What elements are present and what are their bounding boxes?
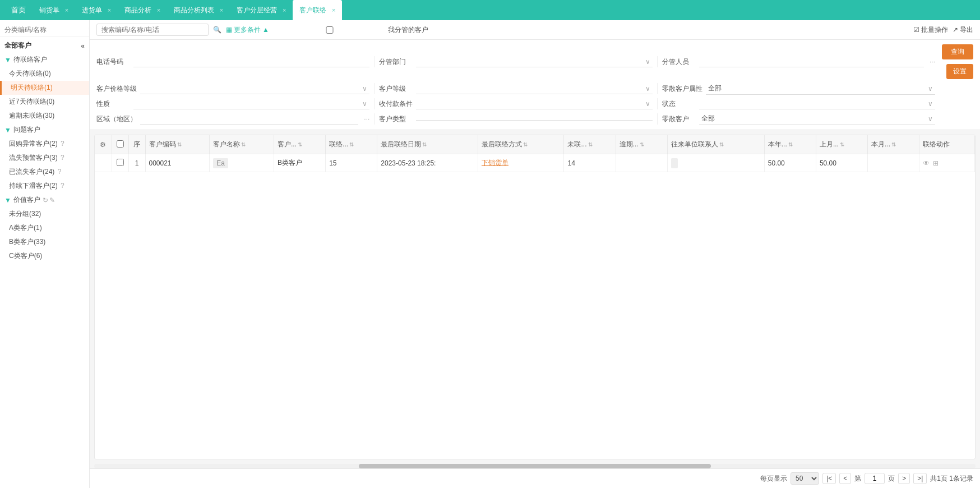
nature-select[interactable]: ∨ <box>133 99 369 109</box>
close-product-analysis-icon[interactable]: × <box>157 7 160 13</box>
nav-sales-order[interactable]: 销货单 × <box>33 0 75 20</box>
export-button[interactable]: ↗ 导出 <box>953 25 973 35</box>
sidebar-search-input[interactable] <box>4 26 89 34</box>
query-button[interactable]: 查询 <box>942 44 973 59</box>
first-page-button[interactable]: |< <box>822 473 836 484</box>
col-last-contact-way[interactable]: 最后联络方式⇅ <box>478 135 564 154</box>
chevron-down-icon: ∨ <box>645 58 650 66</box>
col-uncontacted[interactable]: 未联...⇅ <box>564 135 616 154</box>
my-customers-checkbox[interactable]: 我分管的客户 <box>274 25 428 35</box>
view-icon[interactable]: 👁 <box>923 159 930 167</box>
all-customers-header[interactable]: 全部客户 « <box>0 39 89 53</box>
ellipsis-icon-1[interactable]: ··· <box>930 58 935 66</box>
prev-page-button[interactable]: < <box>839 473 851 484</box>
row-name: Ea <box>210 154 274 172</box>
region-input[interactable] <box>140 114 358 125</box>
search-button[interactable]: 🔍 <box>213 26 221 34</box>
checkbox-icon: ☑ <box>913 26 919 34</box>
col-overdue[interactable]: 逾期...⇅ <box>616 135 667 154</box>
row-this-year: 50.00 <box>764 154 816 172</box>
price-level-select[interactable]: ∨ <box>140 84 369 94</box>
retail-attr-select[interactable]: 全部 ∨ <box>706 82 935 95</box>
refresh-icon[interactable]: ↻ <box>43 196 48 204</box>
grid-icon[interactable]: ⊞ <box>933 159 939 167</box>
triangle-icon-3: ▼ <box>4 196 11 204</box>
per-page-select[interactable]: 50 20 100 <box>791 472 819 485</box>
next-page-button[interactable]: > <box>898 473 910 484</box>
value-group[interactable]: ▼ 价值客户 ↻ ✎ <box>0 193 89 207</box>
nav-customer-tier[interactable]: 客户分层经营 × <box>230 0 293 20</box>
select-all-checkbox[interactable] <box>117 140 124 148</box>
scrollbar-thumb[interactable] <box>359 464 711 468</box>
horizontal-scrollbar[interactable] <box>94 464 976 468</box>
col-contact-count[interactable]: 联络...⇅ <box>326 135 377 154</box>
col-this-month[interactable]: 本月...⇅ <box>868 135 919 154</box>
col-customer-code[interactable]: 客户编码⇅ <box>145 135 210 154</box>
col-contact-person[interactable]: 往来单位联系人⇅ <box>667 135 764 154</box>
close-sales-order-icon[interactable]: × <box>65 7 68 13</box>
sort-icon-date: ⇅ <box>422 141 427 148</box>
sidebar-item-today-pending[interactable]: 今天待联络(0) <box>0 67 89 81</box>
search-input[interactable] <box>96 24 209 36</box>
retail-customer-select[interactable]: 全部 ∨ <box>699 113 935 125</box>
col-checkbox[interactable] <box>112 135 128 154</box>
col-last-month[interactable]: 上月...⇅ <box>816 135 867 154</box>
close-purchase-order-icon[interactable]: × <box>108 7 111 13</box>
more-conditions-btn[interactable]: ▦ 更多条件 ▲ <box>226 25 269 35</box>
customer-type-select[interactable] <box>416 118 652 121</box>
row-select-checkbox[interactable] <box>117 159 124 166</box>
page-input[interactable] <box>865 473 885 484</box>
customer-level-select[interactable]: ∨ <box>416 84 652 94</box>
col-this-year[interactable]: 本年...⇅ <box>764 135 816 154</box>
col-customer-name[interactable]: 客户名称⇅ <box>210 135 274 154</box>
row-contact-person <box>667 154 764 172</box>
status-select[interactable]: ∨ <box>699 99 935 109</box>
help-icon-1[interactable]: ? <box>61 140 64 148</box>
help-icon-4[interactable]: ? <box>61 182 64 190</box>
row-last-month: 50.00 <box>816 154 867 172</box>
col-settings[interactable]: ⚙ <box>95 135 112 154</box>
close-customer-contact-icon[interactable]: × <box>332 7 335 13</box>
edit-icon[interactable]: ✎ <box>49 196 55 204</box>
batch-op-button[interactable]: ☑ 批量操作 <box>913 25 948 35</box>
sidebar-item-overdue[interactable]: 逾期未联络(30) <box>0 109 89 123</box>
pending-group[interactable]: ▼ 待联络客户 <box>0 53 89 67</box>
col-num: 序 <box>128 135 145 154</box>
phone-input[interactable] <box>133 57 369 67</box>
sidebar-item-repurchase-abnormal[interactable]: 回购异常客户(2) ? <box>0 137 89 151</box>
row-checkbox[interactable] <box>112 154 128 172</box>
manager-input[interactable] <box>699 57 924 67</box>
help-icon-3[interactable]: ? <box>58 168 62 176</box>
last-page-button[interactable]: >| <box>913 473 927 484</box>
sidebar-item-tomorrow-pending[interactable]: 明天待联络(1) <box>0 81 89 95</box>
payment-terms-select[interactable]: ∨ <box>416 99 652 109</box>
chevron-down-icon-3: ∨ <box>645 85 650 93</box>
close-customer-tier-icon[interactable]: × <box>283 7 286 13</box>
sidebar-item-7days-pending[interactable]: 近7天待联络(0) <box>0 95 89 109</box>
row-last-contact-way[interactable]: 下销货单 <box>478 154 564 172</box>
nav-purchase-order[interactable]: 进货单 × <box>75 0 118 20</box>
sidebar-item-declining[interactable]: 持续下滑客户(2) ? <box>0 179 89 193</box>
close-product-analysis-list-icon[interactable]: × <box>220 7 223 13</box>
sidebar-item-a-class[interactable]: A类客户(1) <box>0 221 89 235</box>
sidebar-item-c-class[interactable]: C类客户(6) <box>0 249 89 263</box>
my-customers-check[interactable] <box>274 26 386 34</box>
nav-product-analysis-list[interactable]: 商品分析列表 × <box>167 0 230 20</box>
collapse-icon[interactable]: « <box>81 42 85 50</box>
nav-product-analysis[interactable]: 商品分析 × <box>118 0 167 20</box>
sidebar-item-ungrouped[interactable]: 未分组(32) <box>0 207 89 221</box>
settings-button[interactable]: 设置 <box>946 64 973 79</box>
col-last-contact-date[interactable]: 最后联络日期⇅ <box>377 135 478 154</box>
sidebar-item-b-class[interactable]: B类客户(33) <box>0 235 89 249</box>
col-customer-category[interactable]: 客户...⇅ <box>274 135 326 154</box>
sidebar-item-churned[interactable]: 已流失客户(24) ? <box>0 165 89 179</box>
dept-select[interactable]: ∨ <box>416 57 652 67</box>
row-action-icons: 👁 ⊞ <box>919 154 975 172</box>
sidebar-item-churn-warning[interactable]: 流失预警客户(3) ? <box>0 151 89 165</box>
ellipsis-icon-2[interactable]: ··· <box>364 115 369 123</box>
help-icon-2[interactable]: ? <box>61 154 64 162</box>
sort-icon-uncontact: ⇅ <box>588 141 593 148</box>
problem-group[interactable]: ▼ 问题客户 <box>0 123 89 137</box>
nav-customer-contact[interactable]: 客户联络 × <box>293 0 342 20</box>
nav-home[interactable]: 首页 <box>4 0 33 20</box>
